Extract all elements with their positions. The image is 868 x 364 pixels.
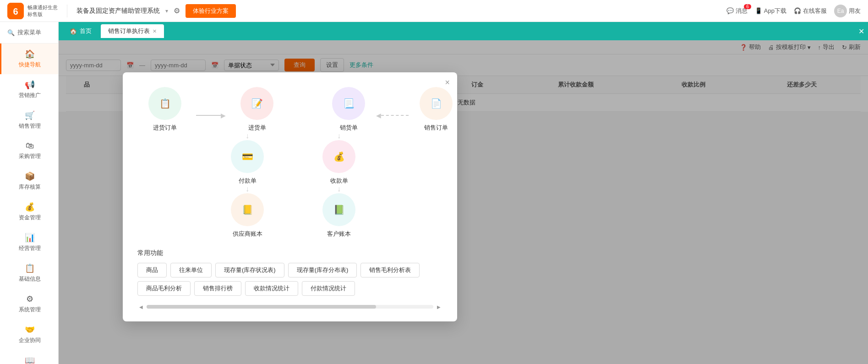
sidebar-label-inventory: 库存核算: [19, 183, 41, 191]
search-icon: 🔍: [7, 29, 15, 36]
common-functions: 常用功能 商品往来单位现存量(库存状况表)现存量(库存分布表)销售毛利分析表商品…: [137, 249, 442, 296]
common-btn-往来单位[interactable]: 往来单位: [170, 263, 212, 277]
tab-sales-order[interactable]: 销售订单执行表 ✕: [101, 24, 164, 38]
svg-text:📃: 📃: [343, 98, 355, 109]
common-btn-付款情况统计[interactable]: 付款情况统计: [302, 281, 355, 296]
dashed-arrow: ◀: [376, 112, 409, 132]
flow-node-purchase-bill: 📝 进货单: [229, 87, 284, 132]
message-icon: 💬: [726, 7, 734, 14]
tab-close-all-icon[interactable]: ✕: [858, 27, 864, 36]
user-menu[interactable]: Ea 用友: [834, 5, 861, 17]
scroll-left-arrow[interactable]: ◀: [137, 303, 145, 310]
system-title: 装备及固定资产辅助管理系统: [76, 7, 160, 15]
svg-text:💳: 💳: [242, 151, 253, 162]
operation-icon: 📊: [25, 233, 35, 243]
settings-icon[interactable]: ⚙: [174, 6, 180, 15]
modal-overlay[interactable]: × 📋: [59, 40, 868, 364]
common-functions-title: 常用功能: [137, 249, 442, 257]
basic-info-icon: 📋: [25, 263, 35, 273]
sidebar-label-basic-info: 基础信息: [19, 275, 41, 283]
customer-icon: 📗: [322, 193, 355, 226]
arrow-purchase-to-bill: ▶: [196, 112, 226, 132]
sidebar-label-marketing: 营销推广: [19, 92, 41, 99]
sidebar-item-basic-info[interactable]: 📋基础信息: [0, 258, 58, 288]
search-menu-button[interactable]: 🔍 搜索菜单: [4, 27, 55, 38]
sidebar-item-marketing[interactable]: 📢营销推广: [0, 74, 58, 105]
page-content: ❓ 帮助 🖨 按模板打印 ▾ ↑ 导出 ↻ 刷新: [59, 40, 868, 364]
logo-text: 畅康通好生意 标售版: [27, 4, 58, 17]
common-btn-收款情况统计[interactable]: 收款情况统计: [245, 281, 298, 296]
dropdown-arrow-icon[interactable]: ▾: [165, 8, 168, 14]
guide-icon: 📖: [25, 355, 35, 364]
arrow-down-supplier: ↓: [220, 185, 275, 193]
common-btn-现存量库存分布表[interactable]: 现存量(库存分布表): [288, 263, 357, 277]
sidebar-item-sales[interactable]: 🛒销售管理: [0, 105, 58, 136]
sidebar-item-enterprise[interactable]: 🤝企业协同: [0, 319, 58, 350]
arrow-down-receipt: ↓: [311, 132, 366, 140]
common-btn-销售毛利分析表[interactable]: 销售毛利分析表: [360, 263, 420, 277]
scroll-thumb[interactable]: [147, 305, 376, 309]
sales-bill-icon: 📃: [332, 87, 365, 120]
payment-icon: 💳: [231, 140, 264, 173]
tab-close-icon[interactable]: ✕: [153, 28, 157, 34]
sidebar-item-finance[interactable]: 💰资金管理: [0, 196, 58, 227]
common-btn-销售排行榜[interactable]: 销售排行榜: [194, 281, 241, 296]
sidebar-label-operation: 经营管理: [19, 244, 41, 252]
tab-home[interactable]: 🏠 首页: [62, 24, 99, 38]
common-btn-现存量库存状况表[interactable]: 现存量(库存状况表): [215, 263, 284, 277]
flow-diagram: 📋 进货订单 ▶: [137, 87, 442, 238]
quick-nav-icon: 🏠: [25, 49, 35, 59]
sidebar-item-purchase[interactable]: 🛍采购管理: [0, 136, 58, 166]
sidebar-label-sales: 销售管理: [19, 122, 41, 130]
marketing-icon: 📢: [25, 80, 35, 90]
arrow-down-payment: ↓: [220, 132, 275, 140]
flow-node-supplier: 📒 供应商账本: [220, 193, 275, 238]
sales-icon: 🛒: [25, 110, 35, 120]
purchase-bill-icon: 📝: [240, 87, 273, 120]
top-bar-right: 💬 消息 6 📱 App下载 🎧 在线客服 Ea 用友: [726, 5, 861, 17]
sidebar-label-system: 系统管理: [19, 306, 41, 314]
common-buttons-group: 商品往来单位现存量(库存状况表)现存量(库存分布表)销售毛利分析表商品毛利分析销…: [137, 263, 442, 296]
home-icon: 🏠: [70, 28, 77, 35]
trial-button[interactable]: 体验行业方案: [186, 4, 236, 18]
sidebar-search-area: 🔍 搜索菜单: [0, 22, 58, 43]
svg-text:💰: 💰: [333, 151, 345, 162]
flow-node-sales-order: 📄 销售订单: [409, 87, 464, 132]
sidebar-item-quick-nav[interactable]: 🏠快捷导航: [0, 43, 58, 74]
svg-text:6: 6: [13, 6, 18, 16]
top-bar: 6 畅康通好生意 标售版 装备及固定资产辅助管理系统 ▾ ⚙ 体验行业方案 💬 …: [0, 0, 868, 22]
sidebar-item-operation[interactable]: 📊经营管理: [0, 227, 58, 258]
scroll-track[interactable]: [147, 305, 433, 309]
sidebar-label-finance: 资金管理: [19, 214, 41, 222]
common-btn-商品[interactable]: 商品: [137, 263, 167, 277]
flow-node-customer: 📗 客户账本: [311, 193, 366, 238]
svg-text:📋: 📋: [159, 98, 171, 109]
system-icon: ⚙: [26, 294, 33, 304]
supplier-icon: 📒: [231, 193, 264, 226]
sales-order-icon: 📄: [420, 87, 453, 120]
scroll-right-arrow[interactable]: ▶: [435, 303, 442, 310]
arrow-down-customer: ↓: [311, 185, 366, 193]
online-service-button[interactable]: 🎧 在线客服: [794, 7, 827, 15]
sidebar-item-system[interactable]: ⚙系统管理: [0, 288, 58, 319]
common-btn-商品毛利分析[interactable]: 商品毛利分析: [137, 281, 191, 296]
flow-node-receipt: 💰 收款单: [311, 140, 366, 185]
headset-icon: 🎧: [794, 7, 801, 14]
app-download-button[interactable]: 📱 App下载: [755, 7, 786, 15]
purchase-order-icon: 📋: [148, 87, 181, 120]
sidebar-item-inventory[interactable]: 📦库存核算: [0, 166, 58, 196]
sidebar-label-purchase: 采购管理: [19, 152, 41, 160]
receipt-icon: 💰: [322, 140, 355, 173]
svg-text:📗: 📗: [333, 204, 345, 215]
message-button[interactable]: 💬 消息 6: [726, 7, 748, 15]
sidebar-item-guide[interactable]: 📖新手引导: [0, 350, 58, 364]
enterprise-icon: 🤝: [25, 325, 35, 335]
tab-bar: 🏠 首页 销售订单执行表 ✕ ✕: [59, 22, 868, 40]
inventory-icon: 📦: [25, 171, 35, 181]
sidebar-nav: 🏠快捷导航📢营销推广🛒销售管理🛍采购管理📦库存核算💰资金管理📊经营管理📋基础信息…: [0, 43, 58, 364]
top-bar-left: 6 畅康通好生意 标售版 装备及固定资产辅助管理系统 ▾ ⚙ 体验行业方案: [7, 3, 236, 19]
sidebar: 🔍 搜索菜单 🏠快捷导航📢营销推广🛒销售管理🛍采购管理📦库存核算💰资金管理📊经营…: [0, 22, 59, 364]
flow-node-sales-bill: 📃 销货单: [321, 87, 376, 132]
avatar: Ea: [834, 5, 847, 17]
modal-close-button[interactable]: ×: [445, 78, 450, 87]
